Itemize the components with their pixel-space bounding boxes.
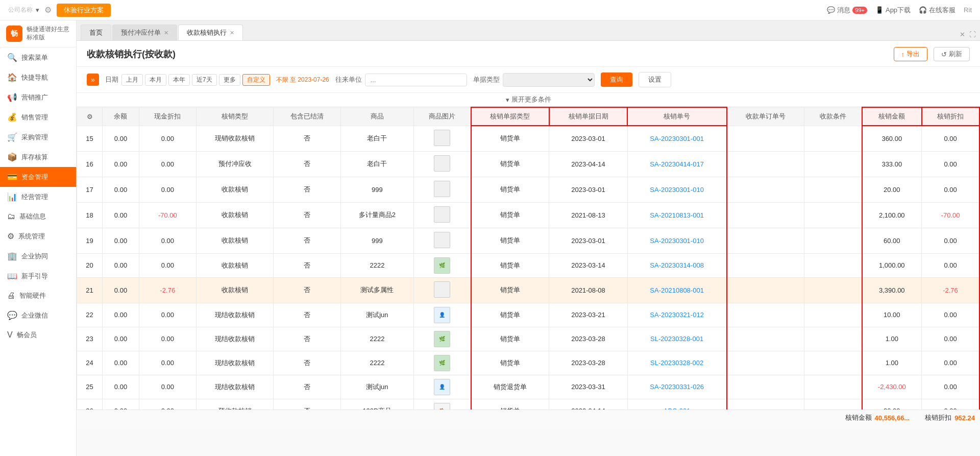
tab-receipt-close[interactable]: ✕ bbox=[230, 30, 234, 36]
expand-conditions-btn[interactable]: ▾ 展开更多条件 bbox=[506, 95, 551, 104]
date-btn-this-year[interactable]: 本年 bbox=[168, 74, 190, 86]
sidebar-item-operation[interactable]: 📊 经营管理 bbox=[0, 187, 76, 207]
verify-doc-type-cell: 销货单 bbox=[471, 177, 549, 202]
tab-prepay-close[interactable]: ✕ bbox=[164, 30, 168, 36]
company-select[interactable]: 公司名称 ▾ bbox=[8, 6, 39, 14]
goods-image-cell: 🌿 bbox=[413, 327, 471, 351]
goods-cell: 999 bbox=[341, 228, 414, 253]
table-container: ⚙ 余额 现金折扣 核销类型 包含已结清 商品 商品图片 核销单据类型 核销单据… bbox=[77, 107, 980, 410]
expand-tab-icon[interactable]: ⛶ bbox=[969, 31, 976, 38]
date-btn-7days[interactable]: 近7天 bbox=[192, 74, 217, 86]
card-icon: 💳 bbox=[7, 172, 17, 182]
date-btn-custom[interactable]: 自定义 bbox=[242, 74, 270, 86]
sidebar-item-guide[interactable]: 📖 新手引导 bbox=[0, 266, 76, 286]
row-no: 17 bbox=[77, 177, 103, 202]
verify-doc-type-cell: 销货单 bbox=[471, 303, 549, 327]
verify-doc-no-cell[interactable]: SA-20230321-012 bbox=[627, 303, 727, 327]
refresh-button[interactable]: ↺ 刷新 bbox=[934, 47, 970, 61]
sidebar-logo: 畅 畅捷通谱好生意 标准版 bbox=[0, 20, 76, 47]
sidebar-item-enterprise[interactable]: 🏢 企业协同 bbox=[0, 246, 76, 266]
industry-btn[interactable]: 休验行业方案 bbox=[57, 4, 111, 17]
goods-image-cell: 🌿 bbox=[413, 253, 471, 277]
sidebar-item-marketing[interactable]: 📢 营销推广 bbox=[0, 87, 76, 107]
tab-actions: ✕ ⛶ bbox=[960, 31, 976, 40]
download-icon: 📱 bbox=[875, 6, 884, 14]
sidebar-item-inventory[interactable]: 📦 库存核算 bbox=[0, 147, 76, 167]
notification-btn[interactable]: 💬 消息 99+ bbox=[827, 6, 867, 15]
date-btn-this-month[interactable]: 本月 bbox=[145, 74, 166, 86]
receipt-condition-cell bbox=[804, 375, 862, 399]
sidebar-item-basic[interactable]: 🗂 基础信息 bbox=[0, 207, 76, 226]
verify-type-cell: 收款核销 bbox=[196, 228, 274, 253]
sidebar-item-label: 新手引导 bbox=[21, 272, 48, 281]
receipt-condition-cell bbox=[804, 126, 862, 151]
sidebar-item-system[interactable]: ⚙ 系统管理 bbox=[0, 226, 76, 246]
cart-icon: 🛒 bbox=[7, 132, 17, 142]
verify-amount-cell: 20.00 bbox=[862, 177, 922, 202]
receipt-order-no-cell bbox=[727, 327, 804, 351]
col-header-gear[interactable]: ⚙ bbox=[77, 107, 103, 126]
sidebar-item-vip[interactable]: V 畅会员 bbox=[0, 325, 76, 345]
receipt-condition-cell bbox=[804, 303, 862, 327]
sidebar-item-quicknav[interactable]: 🏠 快捷导航 bbox=[0, 67, 76, 87]
verify-doc-no-cell[interactable]: SA-20230301-001 bbox=[627, 126, 727, 151]
verify-doc-no-cell[interactable]: SA-20230301-010 bbox=[627, 228, 727, 253]
date-btn-more[interactable]: 更多 bbox=[219, 74, 240, 86]
app-download-btn[interactable]: 📱 App下载 bbox=[875, 6, 911, 15]
verify-type-cell: 收款核销 bbox=[196, 277, 274, 303]
verify-doc-no-cell[interactable]: SA-20230414-017 bbox=[627, 151, 727, 177]
filter-bar: » 日期 上月 本月 本年 近7天 更多 自定义 不限 至 2023-07-26 bbox=[77, 67, 980, 93]
verify-doc-no-cell[interactable]: SA-20230301-010 bbox=[627, 177, 727, 202]
gear-icon[interactable]: ⚙ bbox=[44, 5, 52, 15]
footer-verify-amount-label: 核销金额 bbox=[845, 413, 872, 422]
sidebar-item-hardware[interactable]: 🖨 智能硬件 bbox=[0, 286, 76, 305]
close-tab-icon[interactable]: ✕ bbox=[960, 31, 965, 38]
sidebar-item-search[interactable]: 🔍 搜索菜单 bbox=[0, 47, 76, 67]
goods-cell: 2222 bbox=[341, 253, 414, 277]
date-btn-last-month[interactable]: 上月 bbox=[121, 74, 143, 86]
export-button[interactable]: ↑ 导出 bbox=[894, 47, 928, 61]
row-no: 25 bbox=[77, 375, 103, 399]
filter-toggle-btn[interactable]: » bbox=[87, 74, 99, 86]
verify-doc-no-cell[interactable]: SL-20230328-002 bbox=[627, 351, 727, 375]
verify-amount-cell: 60.00 bbox=[862, 228, 922, 253]
sidebar-item-sales[interactable]: 💰 销售管理 bbox=[0, 107, 76, 127]
col-header-cash-discount: 现金折扣 bbox=[139, 107, 196, 126]
receipt-condition-cell bbox=[804, 253, 862, 277]
include-settled-cell: 否 bbox=[274, 228, 341, 253]
verify-type-cell: 现销收款核销 bbox=[196, 126, 274, 151]
doc-type-select[interactable] bbox=[503, 73, 595, 87]
col-header-verify-type: 核销类型 bbox=[196, 107, 274, 126]
row-no: 24 bbox=[77, 351, 103, 375]
page-title: 收款核销执行(按收款) bbox=[87, 48, 176, 60]
verify-doc-no-cell[interactable]: SA-20230331-026 bbox=[627, 375, 727, 399]
sidebar-item-wechat[interactable]: 💬 企业微信 bbox=[0, 305, 76, 325]
balance-cell: 0.00 bbox=[103, 202, 139, 228]
verify-doc-no-cell[interactable]: SL-20230328-001 bbox=[627, 327, 727, 351]
counterpart-filter-group: 往来单位 bbox=[335, 74, 467, 86]
sidebar-item-finance[interactable]: 💳 资金管理 bbox=[0, 167, 76, 187]
verify-doc-no-cell[interactable]: SA-20210808-001 bbox=[627, 277, 727, 303]
setting-button[interactable]: 设置 bbox=[639, 72, 671, 87]
tab-home[interactable]: 首页 bbox=[81, 25, 111, 40]
verify-amount-cell: 3,390.00 bbox=[862, 277, 922, 303]
verify-amount-cell: 360.00 bbox=[862, 126, 922, 151]
sidebar-item-purchase[interactable]: 🛒 采购管理 bbox=[0, 127, 76, 147]
verify-doc-no-cell[interactable]: SA-20210813-001 bbox=[627, 202, 727, 228]
date-quick-btns: 上月 本月 本年 近7天 更多 自定义 bbox=[121, 74, 270, 86]
row-no: 22 bbox=[77, 303, 103, 327]
search-button[interactable]: 查询 bbox=[601, 73, 632, 87]
cash-discount-cell: 0.00 bbox=[139, 228, 196, 253]
verify-doc-no-cell[interactable]: SA-20230314-008 bbox=[627, 253, 727, 277]
tab-prepay[interactable]: 预付冲应付单 ✕ bbox=[112, 25, 177, 40]
tab-prepay-label: 预付冲应付单 bbox=[121, 28, 161, 37]
user-name[interactable]: Rit bbox=[964, 6, 972, 14]
col-header-verify-doc-date: 核销单据日期 bbox=[549, 107, 627, 126]
refresh-icon: ↺ bbox=[941, 51, 947, 58]
counterpart-input[interactable] bbox=[365, 74, 467, 86]
online-service-btn[interactable]: 🎧 在线客服 bbox=[919, 6, 955, 15]
tab-receipt[interactable]: 收款核销执行 ✕ bbox=[178, 25, 243, 40]
verify-type-cell: 收款核销 bbox=[196, 177, 274, 202]
doc-type-label: 单据类型 bbox=[473, 75, 500, 84]
verify-doc-no-cell[interactable]: ABC-001 bbox=[627, 399, 727, 410]
